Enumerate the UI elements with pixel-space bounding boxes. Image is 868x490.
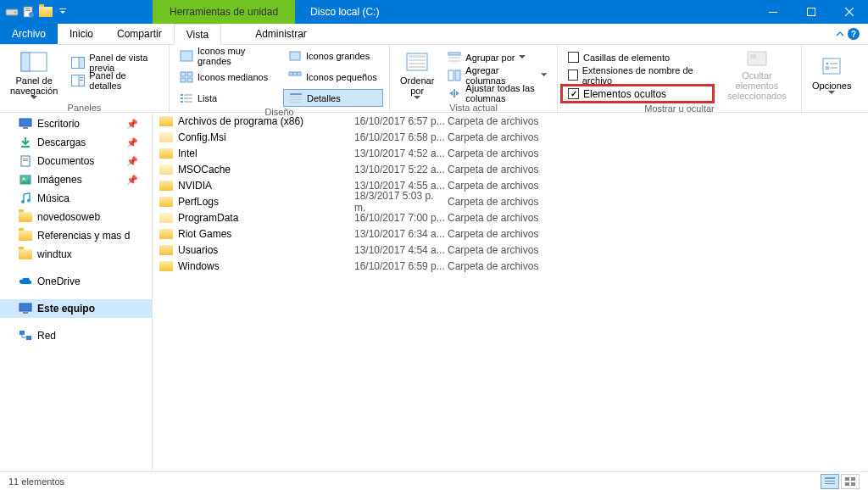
group-by-button[interactable]: Agrupar por xyxy=(442,48,552,66)
folder-icon xyxy=(159,261,173,271)
close-button[interactable] xyxy=(830,0,868,24)
ribbon-help-area: ? xyxy=(836,24,868,44)
svg-rect-64 xyxy=(19,303,31,311)
hide-selected-icon xyxy=(743,48,771,69)
svg-rect-59 xyxy=(23,160,28,161)
file-row[interactable]: MSOCache13/10/2017 5:22 a...Carpeta de a… xyxy=(153,161,868,177)
svg-rect-44 xyxy=(448,70,453,81)
options-button[interactable]: Opciones xyxy=(807,47,856,103)
sidebar: Escritorio📌Descargas📌Documentos📌Imágenes… xyxy=(0,113,153,473)
add-columns-button[interactable]: Agregar columnas xyxy=(442,66,552,84)
tab-file[interactable]: Archivo xyxy=(0,24,58,44)
sidebar-onedrive[interactable]: OneDrive xyxy=(0,272,152,291)
pin-icon: 📌 xyxy=(126,119,147,130)
file-row[interactable]: Archivos de programa (x86)16/10/2017 6:5… xyxy=(153,113,868,129)
chevron-down-icon xyxy=(541,73,547,77)
ribbon-group-show-hide: Casillas de elemento Extensiones de nomb… xyxy=(558,45,802,112)
minimize-button[interactable] xyxy=(754,0,792,24)
svg-rect-73 xyxy=(845,482,849,486)
file-row[interactable]: Config.Msi16/10/2017 6:58 p...Carpeta de… xyxy=(153,129,868,145)
titlebar: Herramientas de unidad Disco local (C:) xyxy=(0,0,868,24)
preview-pane-button[interactable]: Panel de vista previa xyxy=(66,53,164,71)
nav-pane-button[interactable]: Panel de navegación xyxy=(5,47,63,103)
svg-rect-6 xyxy=(59,8,66,9)
pictures-icon xyxy=(19,173,32,187)
sidebar-this-pc[interactable]: Este equipo xyxy=(0,299,152,318)
svg-rect-15 xyxy=(80,77,83,78)
file-row[interactable]: ProgramData16/10/2017 7:00 p...Carpeta d… xyxy=(153,209,868,226)
layout-medium[interactable]: Iconos medianos xyxy=(175,68,283,86)
sidebar-item[interactable]: Escritorio📌 xyxy=(0,114,152,133)
folder-icon xyxy=(19,248,32,261)
size-all-columns-button[interactable]: Ajustar todas las columnas xyxy=(442,84,552,102)
file-row[interactable]: PerfLogs18/3/2017 5:03 p. m.Carpeta de a… xyxy=(153,193,868,209)
sidebar-item[interactable]: Documentos📌 xyxy=(0,152,152,170)
file-row[interactable]: NVIDIA13/10/2017 4:55 a...Carpeta de arc… xyxy=(153,177,868,193)
svg-rect-66 xyxy=(19,331,25,335)
svg-rect-45 xyxy=(455,70,460,81)
desktop-icon xyxy=(19,117,32,131)
svg-rect-17 xyxy=(181,51,192,61)
sidebar-item[interactable]: Imágenes📌 xyxy=(0,170,152,189)
sidebar-item[interactable]: windtux xyxy=(0,245,152,264)
help-icon[interactable]: ? xyxy=(848,28,860,40)
view-details-button[interactable] xyxy=(821,474,839,489)
maximize-button[interactable] xyxy=(792,0,830,24)
list-icon xyxy=(180,92,193,105)
checkbox-icon[interactable] xyxy=(568,88,579,99)
large-icon xyxy=(288,49,302,63)
chevron-down-icon xyxy=(828,91,835,95)
layout-large[interactable]: Iconos grandes xyxy=(283,47,383,64)
options-icon xyxy=(818,55,845,79)
folder-icon xyxy=(159,229,173,239)
layout-small[interactable]: Iconos pequeños xyxy=(283,68,383,86)
sort-by-button[interactable]: Ordenar por xyxy=(395,47,439,103)
sidebar-item[interactable]: Referencias y mas d xyxy=(0,226,152,245)
item-checkboxes-toggle[interactable]: Casillas de elemento xyxy=(563,48,715,66)
tab-share[interactable]: Compartir xyxy=(105,24,174,44)
tab-home[interactable]: Inicio xyxy=(58,24,105,44)
view-thumbnails-button[interactable] xyxy=(841,474,860,489)
svg-rect-68 xyxy=(825,477,835,479)
hidden-items-toggle[interactable]: Elementos ocultos xyxy=(583,88,666,100)
folder-icon xyxy=(159,132,173,142)
file-row[interactable]: Windows16/10/2017 6:59 p...Carpeta de ar… xyxy=(153,258,868,274)
svg-rect-28 xyxy=(181,97,183,99)
svg-rect-53 xyxy=(830,67,837,69)
sidebar-item[interactable]: Descargas📌 xyxy=(0,133,152,152)
svg-rect-55 xyxy=(23,127,28,129)
new-folder-icon[interactable] xyxy=(39,5,53,19)
layout-extra-large[interactable]: Iconos muy grandes xyxy=(175,47,283,64)
ribbon-collapse-icon[interactable] xyxy=(836,30,844,38)
sidebar-item[interactable]: Música xyxy=(0,189,152,208)
folder-icon xyxy=(19,229,32,242)
ribbon-group-panels: Panel de navegación Panel de vista previ… xyxy=(0,45,170,112)
layout-details[interactable]: Detalles xyxy=(283,89,383,107)
folder-icon xyxy=(159,213,173,223)
layout-list[interactable]: Lista xyxy=(175,89,283,107)
window-controls xyxy=(754,0,868,24)
file-row[interactable]: Intel13/10/2017 4:52 a...Carpeta de arch… xyxy=(153,145,868,161)
svg-rect-56 xyxy=(21,146,30,148)
svg-rect-31 xyxy=(184,101,192,103)
tab-view[interactable]: Vista xyxy=(174,24,221,45)
svg-rect-71 xyxy=(845,477,849,481)
tab-manage[interactable]: Administrar xyxy=(243,24,319,44)
details-pane-button[interactable]: Panel de detalles xyxy=(66,71,164,89)
svg-point-63 xyxy=(27,199,31,203)
qat-dropdown-icon[interactable] xyxy=(56,5,70,19)
sidebar-network[interactable]: Red xyxy=(0,326,152,345)
svg-rect-21 xyxy=(181,78,186,82)
ribbon: Panel de navegación Panel de vista previ… xyxy=(0,45,868,113)
pin-icon: 📌 xyxy=(126,156,147,167)
nav-pane-icon xyxy=(20,50,47,74)
file-row[interactable]: Usuarios13/10/2017 4:54 a...Carpeta de a… xyxy=(153,242,868,258)
properties-icon[interactable] xyxy=(22,5,36,19)
file-row[interactable]: Riot Games13/10/2017 6:34 a...Carpeta de… xyxy=(153,226,868,242)
medium-icon xyxy=(180,70,193,84)
file-extensions-toggle[interactable]: Extensiones de nombre de archivo xyxy=(563,66,715,84)
sidebar-item[interactable]: novedosoweb xyxy=(0,208,152,226)
file-list[interactable]: Archivos de programa (x86)16/10/2017 6:5… xyxy=(153,113,868,473)
window-title: Disco local (C:) xyxy=(295,0,754,24)
svg-rect-37 xyxy=(409,55,426,58)
